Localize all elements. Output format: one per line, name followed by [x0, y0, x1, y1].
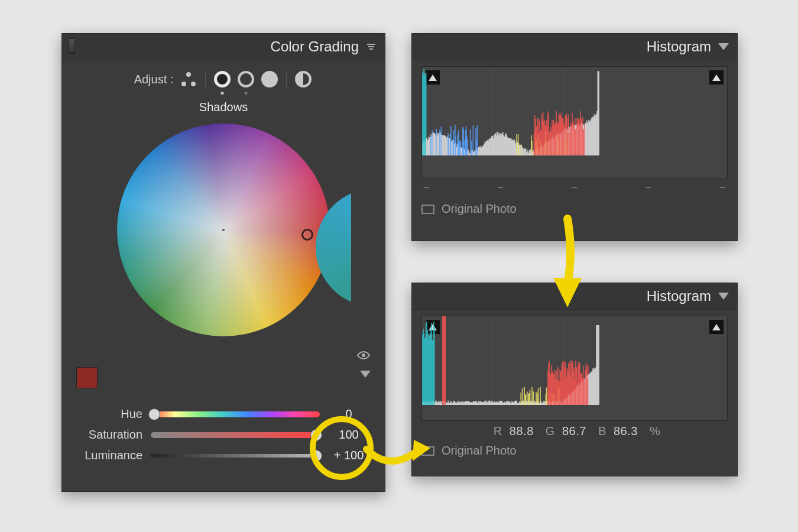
saturation-value[interactable]: 100: [328, 428, 369, 442]
panel-title: Color Grading: [271, 38, 359, 55]
panel-header: Color Grading: [62, 34, 385, 60]
visibility-icon[interactable]: [356, 348, 371, 362]
luminance-slider: Luminance + 100: [77, 449, 369, 462]
color-wheel[interactable]: [111, 118, 336, 342]
adjust-label: Adjust :: [134, 73, 174, 86]
detail-disclosure-icon[interactable]: [360, 371, 371, 378]
histogram-canvas: [422, 316, 599, 405]
hue-knob[interactable]: [148, 408, 160, 420]
histogram-footer-label: Original Photo: [442, 202, 517, 216]
rgb-readout: R 88.8 G 86.7 B 86.3 %: [421, 421, 728, 438]
hue-value[interactable]: 0: [328, 407, 369, 421]
color-grading-panel: Color Grading Adjust : Shadows: [61, 33, 385, 492]
histogram-footer: Original Photo: [412, 438, 737, 466]
panel-title: Histogram: [647, 38, 711, 55]
collapse-icon[interactable]: [718, 43, 729, 50]
luminance-label: Luminance: [77, 449, 142, 462]
sliders-group: Hue 0 Saturation 100 Luminance + 100: [62, 400, 385, 469]
panel-header: Histogram: [412, 34, 737, 60]
separator: [205, 71, 206, 87]
luminance-track[interactable]: [151, 454, 320, 458]
separator: [286, 71, 287, 87]
histogram-panel-before: Histogram – – – – – Original Photo: [411, 33, 738, 241]
wheel-center-dot: [222, 229, 225, 231]
histogram-scale: – – – – –: [421, 179, 728, 196]
adjust-global-button[interactable]: [294, 70, 313, 89]
panel-header: Histogram: [412, 283, 737, 310]
hue-track[interactable]: [151, 411, 320, 417]
saturation-label: Saturation: [77, 428, 142, 442]
hue-label: Hue: [77, 407, 142, 421]
saturation-knob[interactable]: [310, 429, 322, 441]
histogram-chart[interactable]: [421, 66, 728, 179]
saturation-slider: Saturation 100: [77, 428, 369, 442]
original-photo-icon[interactable]: [421, 205, 434, 214]
hue-slider: Hue 0: [77, 407, 369, 421]
filter-icon[interactable]: [366, 41, 377, 52]
adjust-midtones-button[interactable]: [236, 70, 255, 89]
highlight-clipping-icon[interactable]: [709, 70, 724, 85]
panel-grip[interactable]: [68, 38, 75, 54]
panel-title: Histogram: [647, 288, 711, 304]
luminance-value[interactable]: + 100: [328, 449, 369, 462]
adjust-shadows-button[interactable]: [213, 70, 232, 89]
histogram-canvas: [422, 67, 599, 155]
adjust-threeway-button[interactable]: [179, 70, 198, 89]
saturation-track[interactable]: [151, 432, 320, 438]
collapse-icon[interactable]: [718, 293, 729, 300]
highlight-clipping-icon[interactable]: [709, 320, 724, 334]
result-swatch[interactable]: [76, 367, 98, 388]
section-label: Shadows: [62, 100, 385, 114]
histogram-chart[interactable]: [421, 316, 728, 421]
histogram-panel-after: Histogram R 88.8 G 86.7 B 86.3 % Origina…: [411, 283, 738, 476]
original-photo-icon[interactable]: [421, 446, 434, 456]
adjust-highlights-button[interactable]: [260, 70, 279, 89]
wheel-hue-marker[interactable]: [301, 229, 313, 241]
adjacent-wheel-peek: [316, 189, 351, 307]
svg-point-0: [362, 353, 365, 357]
luminance-knob[interactable]: [310, 450, 322, 462]
histogram-footer-label: Original Photo: [442, 444, 517, 458]
histogram-footer: Original Photo: [412, 196, 737, 224]
adjust-mode-row: Adjust :: [62, 60, 385, 93]
